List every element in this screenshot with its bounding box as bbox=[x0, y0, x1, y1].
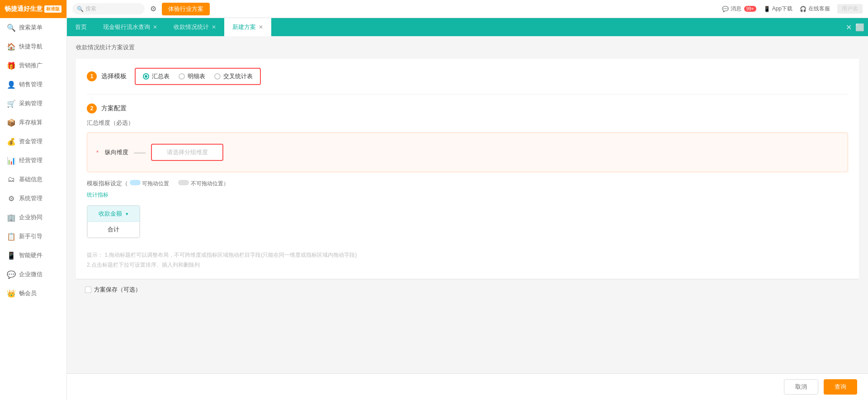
stats-table-wrap: 收款金额 ▾ 合计 bbox=[87, 205, 140, 238]
trial-button[interactable]: 体验行业方案 bbox=[162, 3, 210, 15]
arrow-indicator: —— bbox=[134, 149, 146, 156]
maximize-icon[interactable]: ⬜ bbox=[855, 23, 864, 32]
sidebar-item-label: 搜索菜单 bbox=[19, 24, 42, 32]
dim-select-button[interactable]: 请选择分组维度 bbox=[151, 144, 223, 161]
non-draggable-indicator bbox=[178, 180, 189, 185]
cancel-button[interactable]: 取消 bbox=[784, 379, 818, 395]
search-icon: 🔍 bbox=[77, 6, 84, 12]
radio-detail-label: 明细表 bbox=[188, 72, 205, 80]
tab-payment-label: 收款情况统计 bbox=[174, 23, 209, 31]
sidebar-item-label: 企业协同 bbox=[19, 213, 42, 221]
col-dropdown-arrow[interactable]: ▾ bbox=[126, 211, 128, 216]
version-badge: 标准版 bbox=[44, 5, 61, 13]
user-info: 用户名 bbox=[837, 4, 863, 14]
sidebar-item-purchase[interactable]: 🛒 采购管理 bbox=[0, 94, 66, 113]
notification-item[interactable]: 💬 消息 99+ bbox=[722, 5, 756, 13]
search-bar[interactable]: 🔍 搜索 bbox=[72, 3, 145, 14]
sidebar-item-finance[interactable]: 💰 资金管理 bbox=[0, 132, 66, 151]
tab-cashflow[interactable]: 现金银行流水查询 ✕ bbox=[95, 18, 165, 36]
query-button[interactable]: 查询 bbox=[824, 379, 857, 395]
radio-dot-summary bbox=[143, 73, 149, 80]
sidebar-item-label: 采购管理 bbox=[19, 99, 42, 108]
draggable-label: 可拖动位置 bbox=[142, 180, 169, 187]
download-item[interactable]: 📱 App下载 bbox=[764, 5, 793, 13]
tab-newplan-label: 新建方案 bbox=[232, 23, 256, 31]
radio-summary[interactable]: 汇总表 bbox=[143, 72, 170, 80]
tab-newplan[interactable]: 新建方案 ✕ bbox=[224, 18, 271, 36]
main-area: 🔍 搜索 ⚙ 体验行业方案 💬 消息 99+ 📱 App下载 🎧 在线客服 用户… bbox=[67, 0, 868, 400]
radio-detail[interactable]: 明细表 bbox=[179, 72, 205, 80]
close-window-icon[interactable]: ✕ bbox=[846, 23, 852, 32]
radio-dot-detail bbox=[179, 73, 185, 80]
vertical-dim-label: 纵向维度 bbox=[105, 148, 128, 156]
settings-icon[interactable]: ⚙ bbox=[148, 3, 158, 15]
sidebar-item-sales[interactable]: 👤 销售管理 bbox=[0, 75, 66, 94]
main-card: 1 选择模板 汇总表 明细表 交叉统计表 bbox=[76, 59, 859, 279]
home-icon: 🏠 bbox=[7, 42, 15, 51]
checkbox-box bbox=[85, 287, 91, 293]
chart-icon: 📊 bbox=[7, 156, 15, 165]
tips-section: 提示： 1.拖动标题栏可以调整布局，不可跨维度或指标区域拖动栏目字段(只能在同一… bbox=[87, 250, 848, 270]
vertical-dim-row: * 纵向维度 —— 请选择分组维度 bbox=[96, 144, 839, 161]
sidebar-item-management[interactable]: 📊 经营管理 bbox=[0, 151, 66, 170]
sidebar-item-quicknav[interactable]: 🏠 快捷导航 bbox=[0, 37, 66, 56]
sidebar-item-weixin[interactable]: 💬 企业微信 bbox=[0, 265, 66, 284]
stats-col-header[interactable]: 收款金额 ▾ bbox=[88, 206, 140, 222]
sidebar-item-label: 库存核算 bbox=[19, 118, 42, 127]
tab-payment[interactable]: 收款情况统计 ✕ bbox=[165, 18, 224, 36]
gear-icon: ⚙ bbox=[7, 194, 15, 202]
metrics-header: 模板指标设定（ 可拖动位置 不可拖动位置） bbox=[87, 179, 848, 188]
sidebar-item-basicinfo[interactable]: 🗂 基础信息 bbox=[0, 170, 66, 189]
service-item[interactable]: 🎧 在线客服 bbox=[800, 5, 830, 13]
box-icon: 📦 bbox=[7, 118, 15, 127]
metrics-config: 模板指标设定（ 可拖动位置 不可拖动位置） 统计指标 bbox=[87, 179, 848, 240]
template-radio-group: 汇总表 明细表 交叉统计表 bbox=[135, 68, 261, 85]
tab-cashflow-close[interactable]: ✕ bbox=[153, 24, 157, 30]
gift-icon: 🎁 bbox=[7, 61, 15, 70]
step1-row: 1 选择模板 汇总表 明细表 交叉统计表 bbox=[87, 68, 848, 85]
sidebar-item-member[interactable]: 👑 畅会员 bbox=[0, 284, 66, 303]
metrics-config-label: 模板指标设定（ 可拖动位置 不可拖动位置） bbox=[87, 179, 229, 188]
tip2: 2.点击标题栏下拉可设置排序、插入列和删除列 bbox=[87, 260, 848, 270]
tab-payment-close[interactable]: ✕ bbox=[212, 24, 216, 30]
message-icon: 💬 bbox=[722, 6, 729, 12]
step2-circle: 2 bbox=[87, 104, 97, 113]
sidebar-item-system[interactable]: ⚙ 系统管理 bbox=[0, 189, 66, 208]
tab-newplan-close[interactable]: ✕ bbox=[259, 24, 263, 30]
stats-table: 收款金额 ▾ 合计 bbox=[87, 206, 140, 238]
sidebar-item-hardware[interactable]: 📱 智能硬件 bbox=[0, 246, 66, 265]
wechat-icon: 💬 bbox=[7, 270, 15, 278]
radio-crosstab[interactable]: 交叉统计表 bbox=[214, 72, 253, 80]
stats-row-label: 合计 bbox=[88, 222, 140, 238]
sidebar-item-label: 新手引导 bbox=[19, 232, 42, 240]
required-star: * bbox=[96, 149, 99, 156]
sidebar: 畅捷通好生意 标准版 🔍 搜索菜单 🏠 快捷导航 🎁 营销推广 👤 销售管理 🛒… bbox=[0, 0, 67, 400]
save-row: 方案保存（可选） bbox=[76, 279, 859, 300]
download-icon: 📱 bbox=[764, 6, 770, 12]
sidebar-item-label: 营销推广 bbox=[19, 61, 42, 70]
sidebar-item-collab[interactable]: 🏢 企业协同 bbox=[0, 208, 66, 227]
draggable-indicator bbox=[130, 180, 141, 185]
sidebar-item-label: 资金管理 bbox=[19, 137, 42, 146]
non-draggable-label: 不可拖动位置） bbox=[191, 180, 229, 187]
bottom-bar: 取消 查询 bbox=[67, 373, 868, 400]
sidebar-item-inventory[interactable]: 📦 库存核算 bbox=[0, 113, 66, 132]
stats-section-label: 统计指标 bbox=[87, 191, 848, 199]
member-icon: 👑 bbox=[7, 289, 15, 297]
step1-circle: 1 bbox=[87, 71, 97, 81]
download-label: App下载 bbox=[772, 5, 793, 13]
sidebar-item-label: 畅会员 bbox=[19, 289, 37, 297]
summary-dim-label: 汇总维度（必选） bbox=[87, 119, 848, 127]
cart-icon: 🛒 bbox=[7, 99, 15, 108]
save-checkbox[interactable]: 方案保存（可选） bbox=[85, 286, 141, 294]
tabbar: 首页 现金银行流水查询 ✕ 收款情况统计 ✕ 新建方案 ✕ ✕ ⬜ bbox=[67, 18, 868, 36]
tab-home-label: 首页 bbox=[75, 23, 87, 31]
sidebar-item-search[interactable]: 🔍 搜索菜单 bbox=[0, 18, 66, 37]
sidebar-item-label: 企业微信 bbox=[19, 270, 42, 278]
sidebar-item-marketing[interactable]: 🎁 营销推广 bbox=[0, 56, 66, 75]
sidebar-item-guide[interactable]: 📋 新手引导 bbox=[0, 227, 66, 246]
service-icon: 🎧 bbox=[800, 6, 807, 12]
user-icon: 👤 bbox=[7, 80, 15, 89]
tab-home[interactable]: 首页 bbox=[67, 18, 95, 36]
divider1 bbox=[87, 94, 848, 94]
